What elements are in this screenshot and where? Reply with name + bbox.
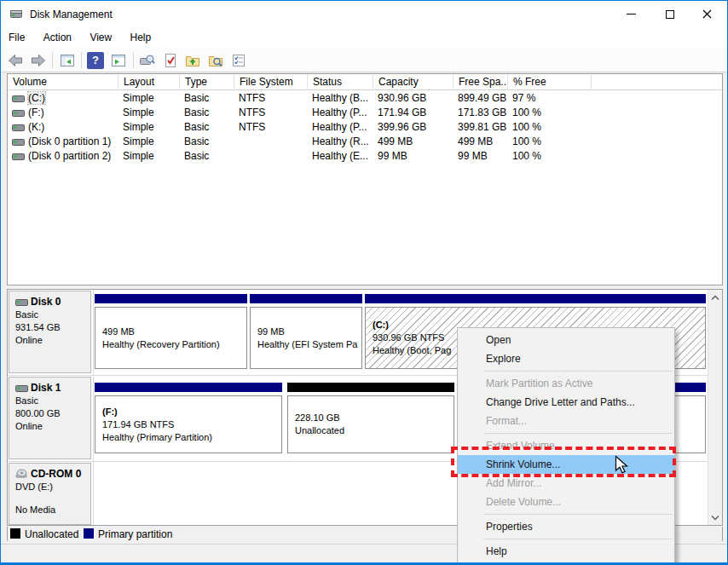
show-action-pane-button[interactable] xyxy=(109,51,128,70)
table-row-volume-k[interactable]: (K:) Simple Basic NTFS Healthy (P... 399… xyxy=(8,120,722,135)
cdrom0-label[interactable]: CD-ROM 0 DVD (E:) No Media xyxy=(9,463,91,525)
cell-pct-free: 100 % xyxy=(508,106,592,120)
cell-free-space: 899.49 GB xyxy=(454,91,508,106)
close-button[interactable] xyxy=(688,1,726,27)
maximize-button[interactable] xyxy=(650,1,689,27)
column-header-capacity[interactable]: Capacity xyxy=(373,74,454,90)
disk1-unallocated-space[interactable]: 228.10 GB Unallocated xyxy=(287,383,454,456)
help-button[interactable]: ? xyxy=(86,51,105,70)
menu-item-explore[interactable]: Explore xyxy=(458,349,674,368)
disk1-size: 800.00 GB xyxy=(15,407,90,420)
menu-item-change-drive-letter[interactable]: Change Drive Letter and Paths... xyxy=(458,393,674,412)
disk0-partition-efi[interactable]: 99 MB Healthy (EFI System Pa xyxy=(250,294,362,372)
scroll-down-icon[interactable] xyxy=(708,510,722,525)
menu-item-properties[interactable]: Properties xyxy=(458,517,674,536)
menu-item-format: Format... xyxy=(458,412,674,430)
close-icon xyxy=(702,9,712,19)
folder-up-arrow-icon xyxy=(184,52,201,69)
column-header-type[interactable]: Type xyxy=(180,74,234,90)
menu-help[interactable]: Help xyxy=(123,27,159,48)
disk0-label[interactable]: Disk 0 Basic 931.54 GB Online xyxy=(9,291,91,373)
menu-item-delete-volume: Delete Volume... xyxy=(458,493,674,511)
minimize-button[interactable] xyxy=(612,1,650,27)
disk0-partition-recovery[interactable]: 499 MB Healthy (Recovery Partition) xyxy=(95,294,247,372)
annotation-highlight-box xyxy=(451,447,676,477)
scroll-up-icon[interactable] xyxy=(708,290,722,304)
open-search-button[interactable] xyxy=(206,51,225,70)
cell-layout: Simple xyxy=(118,91,180,106)
back-button[interactable] xyxy=(6,51,25,70)
titlebar: Disk Management xyxy=(1,1,727,27)
table-row-disk0-partition1[interactable]: (Disk 0 partition 1) Simple Basic Health… xyxy=(8,135,722,149)
legend-unallocated-label: Unallocated xyxy=(25,528,78,540)
disk-icon xyxy=(15,299,28,306)
menu-item-help[interactable]: Help xyxy=(458,542,674,561)
disk0-name-row: Disk 0 xyxy=(15,296,90,308)
partition-size: 171.94 GB NTFS xyxy=(102,418,281,431)
partition-status: Healthy (EFI System Pa xyxy=(257,338,361,351)
drive-icon xyxy=(12,107,25,119)
disk1-label[interactable]: Disk 1 Basic 800.00 GB Online xyxy=(9,377,91,459)
cell-pct-free: 97 % xyxy=(508,91,592,106)
properties-list-button[interactable] xyxy=(229,51,248,70)
cdrom0-type: DVD (E:) xyxy=(15,481,90,493)
cell-status: Healthy (P... xyxy=(308,120,373,135)
cell-layout: Simple xyxy=(118,149,180,164)
cell-status: Healthy (P... xyxy=(308,106,373,120)
table-row-disk0-partition2[interactable]: (Disk 0 partition 2) Simple Basic Health… xyxy=(8,149,722,164)
partition-color-band xyxy=(95,294,247,303)
legend-primary-label: Primary partition xyxy=(98,528,172,540)
disk0-type: Basic xyxy=(15,308,90,321)
partition-size: 228.10 GB xyxy=(295,412,454,424)
back-arrow-icon xyxy=(7,52,24,69)
partition-size: 499 MB xyxy=(102,326,246,338)
partition-status: Healthy (Primary Partition) xyxy=(102,431,281,444)
partition-status: Unallocated xyxy=(295,424,454,437)
column-header-file-system[interactable]: File System xyxy=(234,74,308,90)
table-row-volume-f[interactable]: (F:) Simple Basic NTFS Healthy (P... 171… xyxy=(8,106,722,120)
menu-file[interactable]: File xyxy=(1,27,32,48)
rescan-disks-button[interactable] xyxy=(138,51,157,70)
cell-status: Healthy (B... xyxy=(308,91,373,106)
volume-name: (Disk 0 partition 1) xyxy=(28,135,111,147)
label-track-divider xyxy=(93,290,94,525)
menu-action[interactable]: Action xyxy=(36,27,79,48)
menu-item-open[interactable]: Open xyxy=(458,331,674,349)
disk0-size: 931.54 GB xyxy=(15,321,90,334)
column-header-status[interactable]: Status xyxy=(308,74,373,90)
forward-button[interactable] xyxy=(29,51,48,70)
check-disk-button[interactable] xyxy=(161,51,180,70)
disk-magnifier-icon xyxy=(139,52,156,69)
disk0-status: Online xyxy=(15,334,90,347)
cell-type: Basic xyxy=(180,120,234,135)
load-file-button[interactable] xyxy=(183,51,202,70)
menu-separator xyxy=(483,539,673,539)
menu-view[interactable]: View xyxy=(82,27,119,48)
column-header-volume[interactable]: Volume xyxy=(8,74,118,90)
drive-icon xyxy=(12,136,25,148)
menu-separator xyxy=(483,514,673,515)
drive-icon xyxy=(12,151,25,163)
cell-layout: Simple xyxy=(118,135,180,149)
cell-free-space: 399.81 GB xyxy=(454,120,508,135)
disk1-partition-f[interactable]: (F:) 171.94 GB NTFS Healthy (Primary Par… xyxy=(95,383,282,456)
menu-item-mark-partition-active: Mark Partition as Active xyxy=(458,374,674,393)
volume-name: (F:) xyxy=(28,107,44,118)
partition-color-band xyxy=(250,294,362,303)
volume-name: (C:) xyxy=(28,92,45,104)
cell-volume: (C:) xyxy=(8,91,118,106)
column-header-layout[interactable]: Layout xyxy=(118,74,180,90)
minimize-icon xyxy=(627,14,636,14)
cell-file-system xyxy=(234,135,308,149)
table-row-volume-c[interactable]: (C:) Simple Basic NTFS Healthy (B... 930… xyxy=(8,91,722,106)
column-header-pct-free[interactable]: % Free xyxy=(508,74,592,90)
vertical-scrollbar[interactable] xyxy=(708,290,722,525)
column-header-filler xyxy=(592,74,722,90)
window-title: Disk Management xyxy=(30,9,113,20)
cell-layout: Simple xyxy=(118,106,180,120)
maximize-icon xyxy=(666,10,674,19)
column-header-free-space[interactable]: Free Spa... xyxy=(454,74,508,90)
disk-icon xyxy=(15,385,28,392)
show-console-tree-button[interactable] xyxy=(58,51,77,70)
cell-status: Healthy (R... xyxy=(308,135,373,149)
